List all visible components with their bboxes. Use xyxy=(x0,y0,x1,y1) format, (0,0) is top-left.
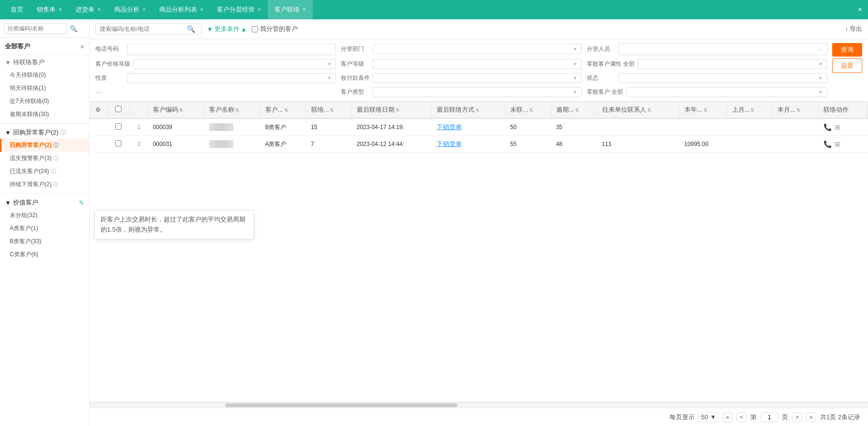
th-last-month[interactable]: 上月...⇅ xyxy=(727,102,773,118)
more-conditions-btn[interactable]: ▼ 更多条件 ▲ xyxy=(207,25,247,33)
filter-customer-level-select[interactable]: ▼ xyxy=(373,59,581,69)
section-abnormal[interactable]: ▼ 回购异常客户(2) ⓘ xyxy=(0,125,89,139)
th-this-year[interactable]: 本年...⇅ xyxy=(679,102,727,118)
sidebar-item-churned[interactable]: 已流失客户(24) ⓘ xyxy=(0,165,89,178)
filter-phone-input[interactable] xyxy=(127,44,336,55)
nav-product-list-close[interactable]: × xyxy=(200,6,203,13)
filter-status-select[interactable]: ▼ xyxy=(619,73,827,83)
filter-retail-customer-select[interactable]: ▼ xyxy=(626,87,827,97)
nav-product-analysis-close[interactable]: × xyxy=(142,6,146,13)
customer-table: ⚙ 客户编码⇅ 客户名称⇅ 客户...⇅ 联络...⇅ 最后联络日期⇅ 最后联络… xyxy=(90,102,868,153)
nav-customer-contact[interactable]: 客户联络 × xyxy=(268,0,313,19)
sidebar-collapse-icon[interactable]: « xyxy=(80,43,84,50)
filter-customer-level-caret: ▼ xyxy=(573,61,578,67)
filter-search-icon[interactable]: 🔍 xyxy=(187,25,195,33)
cell-code-1[interactable]: 000039 xyxy=(148,118,204,136)
link-method-1[interactable]: 下销货单 xyxy=(437,123,462,131)
filter-retail-attr-label: 零散客户属性 全部 xyxy=(587,60,635,68)
cell-last-method-2[interactable]: 下销货单 xyxy=(432,136,505,153)
row-2-checkbox[interactable] xyxy=(115,140,122,147)
action-grid-icon-1[interactable]: ⊞ xyxy=(835,123,840,131)
filter-nature-label: 性质 xyxy=(95,74,124,82)
churned-info: ⓘ xyxy=(51,168,56,174)
next-page-btn[interactable]: > xyxy=(792,412,802,422)
filter-price-level-select[interactable]: ▼ xyxy=(133,59,336,69)
filter-manager-input[interactable]: ··· xyxy=(619,43,827,55)
my-customers-checkbox[interactable] xyxy=(252,26,258,32)
nav-sales-close[interactable]: × xyxy=(59,6,62,13)
th-category[interactable]: 客户...⇅ xyxy=(260,102,306,118)
sidebar-item-class-a[interactable]: A类客户(1) xyxy=(0,222,89,235)
export-button[interactable]: ↑ 导出 xyxy=(845,25,863,33)
nav-product-list[interactable]: 商品分析列表 × xyxy=(152,0,210,19)
sidebar-item-churn-warning[interactable]: 流失预警客户(3) ⓘ xyxy=(0,152,89,165)
filter-retail-attr-select[interactable]: ▼ xyxy=(638,59,827,69)
action-phone-icon-1[interactable]: 📞 xyxy=(823,123,832,131)
th-last-contact-method-label: 最后联络方式 xyxy=(437,106,474,113)
first-page-btn[interactable]: « xyxy=(723,412,733,422)
page-input[interactable] xyxy=(761,412,778,422)
sidebar-item-tomorrow[interactable]: 明天待联络(1) xyxy=(0,82,89,95)
action-grid-icon-2[interactable]: ⊞ xyxy=(835,140,840,148)
nav-product-analysis[interactable]: 商品分析 × xyxy=(107,0,152,19)
filter-dept-select[interactable]: ▼ xyxy=(373,44,581,54)
my-customers-filter[interactable]: 我分管的客户 xyxy=(252,25,298,33)
sidebar-item-class-b[interactable]: B类客户(33) xyxy=(0,235,89,248)
filter-manager-dots[interactable]: ··· xyxy=(818,45,823,53)
th-uncontacted[interactable]: 未联...⇅ xyxy=(505,102,551,118)
th-code[interactable]: 客户编码⇅ xyxy=(148,102,204,118)
filter-payment-select[interactable]: ▼ xyxy=(373,73,581,83)
nav-home[interactable]: 首页 xyxy=(4,0,30,19)
nav-purchase[interactable]: 进货单 × xyxy=(69,0,107,19)
cell-code-2[interactable]: 000031 xyxy=(148,136,204,153)
th-last-contact-method[interactable]: 最后联络方式⇅ xyxy=(432,102,505,118)
filter-dept: 分管部门 ▼ xyxy=(341,43,581,55)
th-last-contact-date[interactable]: 最后联络日期⇅ xyxy=(352,102,432,118)
section-pending-contact[interactable]: ▼ 待联络客户 xyxy=(0,55,89,69)
th-unit-contact[interactable]: 往来单位联系人⇅ xyxy=(597,102,679,118)
sidebar-search-icon[interactable]: 🔍 xyxy=(70,25,77,32)
nav-purchase-close[interactable]: × xyxy=(97,6,101,13)
nav-sales[interactable]: 销售单 × xyxy=(30,0,69,19)
settings-button[interactable]: 设置 xyxy=(832,59,862,73)
sidebar-item-unclassified[interactable]: 未分组(32) xyxy=(0,209,89,222)
close-all-tabs[interactable]: × xyxy=(858,5,862,14)
sidebar-item-class-c[interactable]: C类客户(6) xyxy=(0,248,89,261)
section-value-customers[interactable]: ▼ 价值客户 ✎ xyxy=(0,195,89,209)
th-gear[interactable]: ⚙ xyxy=(90,102,107,118)
sidebar-item-declining[interactable]: 持续下滑客户(2) ⓘ xyxy=(0,178,89,191)
nav-customer-segment-close[interactable]: × xyxy=(258,6,261,13)
page-size-select[interactable]: 50 ▼ xyxy=(699,412,718,422)
search-input[interactable] xyxy=(100,26,187,32)
th-overdue[interactable]: 逾期...⇅ xyxy=(551,102,597,118)
action-phone-icon-2[interactable]: 📞 xyxy=(823,140,832,148)
prev-page-btn[interactable]: < xyxy=(736,412,746,422)
select-all-checkbox[interactable] xyxy=(115,106,122,112)
row-1-checkbox[interactable] xyxy=(115,123,122,130)
th-contacts[interactable]: 联络...⇅ xyxy=(306,102,352,118)
sidebar-item-today[interactable]: 今天待联络(0) xyxy=(0,69,89,82)
horizontal-scrollbar[interactable] xyxy=(90,402,868,408)
cell-last-method-1[interactable]: 下销货单 xyxy=(432,118,505,136)
sidebar-item-overdue[interactable]: 逾期未联络(30) xyxy=(0,108,89,121)
section-value-edit-icon[interactable]: ✎ xyxy=(79,199,84,206)
cell-uncontacted-2: 55 xyxy=(505,136,551,153)
nav-customer-contact-close[interactable]: × xyxy=(303,6,306,13)
cell-this-year-1 xyxy=(679,118,727,136)
cell-contacts-1: 15 xyxy=(306,118,352,136)
sidebar-item-7days[interactable]: 近7天待联络(0) xyxy=(0,95,89,108)
th-this-month[interactable]: 本月...⇅ xyxy=(773,102,819,118)
th-name[interactable]: 客户名称⇅ xyxy=(204,102,260,118)
sidebar-item-repurchase-abnormal[interactable]: 回购异常客户(2) ⓘ xyxy=(0,139,89,152)
phone-input-field[interactable] xyxy=(132,46,332,53)
cell-checkbox-2 xyxy=(107,136,130,153)
last-page-btn[interactable]: » xyxy=(806,412,816,422)
sidebar-search-input[interactable] xyxy=(4,23,67,34)
link-method-2[interactable]: 下销货单 xyxy=(437,140,462,147)
filter-nature-select[interactable]: ▼ xyxy=(127,73,336,83)
filter-more-dots-btn[interactable]: ··· xyxy=(95,88,102,97)
query-button[interactable]: 查询 xyxy=(832,43,862,57)
scrollbar-thumb[interactable] xyxy=(225,403,457,407)
nav-customer-segment[interactable]: 客户分层经营 × xyxy=(210,0,268,19)
filter-customer-type-select[interactable]: ▼ xyxy=(373,87,581,97)
